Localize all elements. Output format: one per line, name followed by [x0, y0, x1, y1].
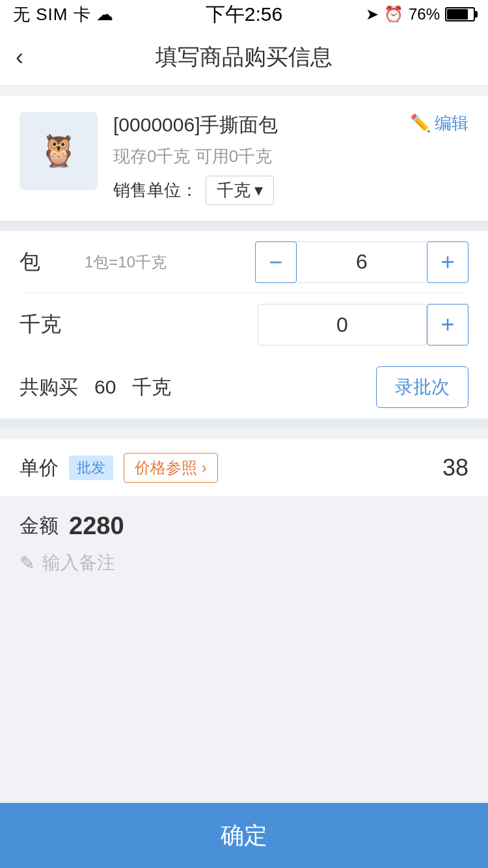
kg-increment-button[interactable]: + — [427, 304, 468, 346]
edit-button[interactable]: ✏️ 编辑 — [410, 112, 468, 135]
unit-label: 销售单位： — [113, 179, 198, 202]
price-label: 单价 — [20, 455, 59, 481]
product-logo-icon: 🦉 — [39, 133, 78, 169]
product-card: 🦉 [0000006]手撕面包 现存0千克 可用0千克 销售单位： 千克 ▾ ✏… — [0, 96, 488, 221]
bag-qty-input[interactable] — [297, 241, 427, 283]
confirm-button-label: 确定 — [221, 820, 267, 852]
edit-label: 编辑 — [435, 112, 468, 135]
status-right: ➤ ⏰ 76% — [366, 5, 475, 23]
back-button[interactable]: ‹ — [16, 44, 23, 71]
edit-icon: ✏️ — [410, 113, 431, 133]
alarm-icon: ⏰ — [384, 5, 403, 23]
price-section: 单价 批发 价格参照 › 38 — [0, 439, 488, 496]
nav-bar: ‹ 填写商品购买信息 — [0, 29, 488, 86]
record-batch-button[interactable]: 录批次 — [376, 366, 468, 408]
amount-row: 金额 2280 — [20, 512, 468, 540]
product-stock: 现存0千克 可用0千克 — [113, 145, 468, 168]
kg-input-row: 千克 + — [20, 293, 468, 356]
total-label: 共购买 60 千克 — [20, 374, 171, 401]
bag-qty-control: − + — [255, 241, 468, 283]
kg-qty-input[interactable] — [258, 304, 427, 346]
confirm-bar[interactable]: 确定 — [0, 803, 488, 868]
bag-input-row: 包 1包=10千克 − + — [20, 231, 468, 293]
kg-qty-control: + — [258, 304, 468, 346]
section-divider-1 — [0, 221, 488, 231]
note-row[interactable]: ✎ 输入备注 — [20, 550, 468, 575]
price-tag: 批发 — [69, 455, 113, 480]
kg-label: 千克 — [20, 310, 72, 339]
status-left: 无 SIM 卡 ☁ — [13, 3, 114, 26]
amount-section: 金额 2280 ✎ 输入备注 — [0, 496, 488, 586]
input-section: 包 1包=10千克 − + 千克 + — [0, 231, 488, 356]
amount-label: 金额 — [20, 513, 59, 539]
product-unit-row: 销售单位： 千克 ▾ — [113, 176, 468, 205]
page-title: 填写商品购买信息 — [156, 42, 332, 72]
pencil-icon: ✎ — [20, 552, 34, 574]
status-bar: 无 SIM 卡 ☁ 下午2:56 ➤ ⏰ 76% — [0, 0, 488, 29]
section-divider-2 — [0, 418, 488, 429]
bag-increment-button[interactable]: + — [427, 241, 468, 283]
bag-hint: 1包=10千克 — [85, 252, 242, 273]
price-reference-button[interactable]: 价格参照 › — [124, 453, 218, 483]
content-spacer — [0, 586, 488, 781]
unit-select[interactable]: 千克 ▾ — [206, 176, 274, 205]
price-row: 单价 批发 价格参照 › 38 — [20, 439, 468, 496]
total-amount: 60 — [94, 376, 116, 398]
dropdown-icon: ▾ — [254, 180, 263, 200]
total-row: 共购买 60 千克 录批次 — [0, 356, 488, 418]
unit-value: 千克 — [217, 179, 251, 202]
location-icon: ➤ — [366, 5, 379, 23]
battery-percent: 76% — [409, 5, 440, 23]
amount-value: 2280 — [69, 512, 124, 540]
battery-icon — [445, 7, 475, 21]
total-label-text: 共购买 — [20, 376, 78, 398]
price-value: 38 — [442, 454, 468, 481]
product-image: 🦉 — [20, 112, 98, 190]
bag-decrement-button[interactable]: − — [255, 241, 297, 283]
bag-label: 包 — [20, 248, 72, 277]
note-placeholder: 输入备注 — [42, 550, 115, 575]
status-time: 下午2:56 — [206, 1, 282, 28]
total-unit: 千克 — [132, 376, 171, 398]
